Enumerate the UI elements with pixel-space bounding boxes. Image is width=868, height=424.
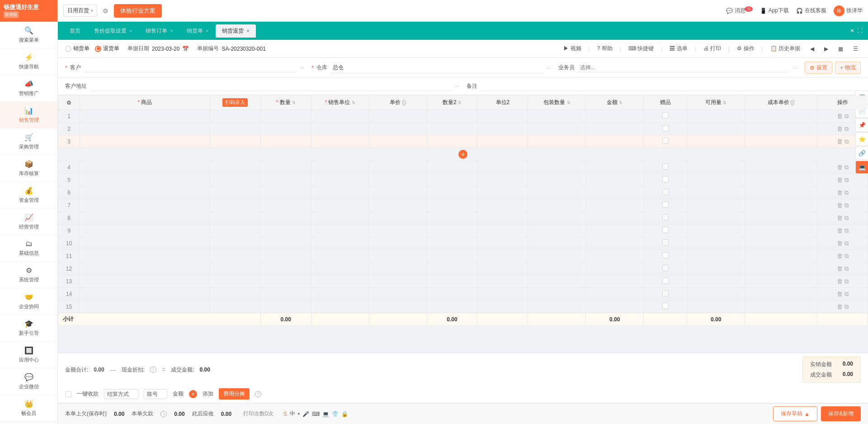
gift-checkbox-13[interactable] bbox=[662, 277, 669, 284]
copy-icon-8[interactable]: ⧉ bbox=[844, 214, 849, 222]
gift-checkbox-1[interactable] bbox=[662, 112, 669, 119]
product-cell-10[interactable] bbox=[80, 237, 210, 250]
salesperson-select-dots[interactable]: ··· bbox=[793, 65, 797, 71]
available-cell-2[interactable] bbox=[687, 123, 745, 135]
unit2-cell-11[interactable] bbox=[477, 250, 528, 262]
product-cell-9[interactable] bbox=[80, 224, 210, 237]
daily-menu-select[interactable]: 日用百货 ▾ bbox=[63, 5, 97, 17]
gift-cell-15[interactable] bbox=[644, 300, 687, 313]
sales-unit-cell-10[interactable] bbox=[311, 237, 369, 250]
sales-unit-cell-13[interactable] bbox=[311, 275, 369, 288]
available-cell-12[interactable] bbox=[687, 262, 745, 275]
sales-unit-cell-15[interactable] bbox=[311, 300, 369, 313]
quick-action-4[interactable]: ⭐ bbox=[855, 133, 868, 146]
history-btn[interactable]: 📋 历史单据 bbox=[768, 43, 803, 54]
quantity2-cell-10[interactable] bbox=[427, 237, 477, 250]
unit-price-cell-8[interactable] bbox=[369, 212, 427, 224]
sales-unit-cell-12[interactable] bbox=[311, 262, 369, 275]
unit-price-cell-6[interactable] bbox=[369, 186, 427, 199]
sales-unit-cell-14[interactable] bbox=[311, 288, 369, 300]
cost-unit-cell-15[interactable] bbox=[745, 300, 817, 313]
available-cell-4[interactable] bbox=[687, 161, 745, 174]
gift-checkbox-6[interactable] bbox=[662, 189, 669, 195]
available-cell-5[interactable] bbox=[687, 174, 745, 186]
gift-cell-7[interactable] bbox=[644, 199, 687, 212]
delete-icon-7[interactable]: 🗑 bbox=[837, 202, 843, 209]
amount-cell-10[interactable] bbox=[586, 237, 644, 250]
video-btn[interactable]: ▶ 视频 bbox=[561, 43, 584, 54]
list-view-icon[interactable]: ☰ bbox=[850, 44, 861, 53]
product-cell-15[interactable] bbox=[80, 300, 210, 313]
sidebar-item-apps[interactable]: 🔲 应用中心 bbox=[0, 342, 57, 368]
sidebar-item-marketing[interactable]: 📣 营销推广 bbox=[0, 75, 57, 102]
product-cell-6[interactable] bbox=[80, 186, 210, 199]
product-cell-7[interactable] bbox=[80, 199, 210, 212]
available-cell-7[interactable] bbox=[687, 199, 745, 212]
quick-action-5[interactable]: 🔗 bbox=[855, 147, 868, 160]
unit2-cell-14[interactable] bbox=[477, 288, 528, 300]
fee-info-icon[interactable]: ? bbox=[255, 391, 261, 397]
cost-unit-cell-9[interactable] bbox=[745, 224, 817, 237]
pack-qty-cell-13[interactable] bbox=[528, 275, 586, 288]
quantity2-cell-6[interactable] bbox=[427, 186, 477, 199]
help-btn[interactable]: ? 帮助 bbox=[594, 43, 615, 54]
calendar-icon[interactable]: 📅 bbox=[182, 46, 189, 52]
quantity2-cell-15[interactable] bbox=[427, 300, 477, 313]
logistics-btn[interactable]: + 物流 bbox=[835, 62, 861, 74]
discount-info-icon[interactable]: i bbox=[150, 367, 156, 373]
product-cell-12[interactable] bbox=[80, 262, 210, 275]
sales-unit-cell-1[interactable] bbox=[311, 110, 369, 123]
unit2-cell-13[interactable] bbox=[477, 275, 528, 288]
cost-unit-cell-6[interactable] bbox=[745, 186, 817, 199]
product-cell-4[interactable] bbox=[80, 161, 210, 174]
tab-1[interactable]: 售价提取设置× bbox=[88, 24, 138, 38]
th-scan[interactable]: 扫码录入 bbox=[210, 95, 260, 110]
sidebar-item-basic[interactable]: 🗂 基础信息 bbox=[0, 235, 57, 262]
quantity2-cell-14[interactable] bbox=[427, 288, 477, 300]
gift-cell-6[interactable] bbox=[644, 186, 687, 199]
pack-qty-cell-12[interactable] bbox=[528, 262, 586, 275]
quantity-cell-14[interactable] bbox=[260, 288, 311, 300]
pack-qty-cell-15[interactable] bbox=[528, 300, 586, 313]
pack-qty-cell-5[interactable] bbox=[528, 174, 586, 186]
pack-qty-cell-8[interactable] bbox=[528, 212, 586, 224]
product-cell-14[interactable] bbox=[80, 288, 210, 300]
gift-checkbox-7[interactable] bbox=[662, 201, 669, 208]
method-select[interactable]: 结算方式 bbox=[104, 389, 138, 399]
amount-cell-14[interactable] bbox=[586, 288, 644, 300]
prev-icon[interactable]: ◀ bbox=[807, 44, 817, 53]
delete-icon-6[interactable]: 🗑 bbox=[837, 189, 843, 196]
delete-icon-2[interactable]: 🗑 bbox=[837, 125, 843, 133]
gift-cell-13[interactable] bbox=[644, 275, 687, 288]
unit-price-cell-1[interactable] bbox=[369, 110, 427, 123]
product-cell-8[interactable] bbox=[80, 212, 210, 224]
gift-cell-4[interactable] bbox=[644, 161, 687, 174]
amount-cell-9[interactable] bbox=[586, 224, 644, 237]
amount-cell-15[interactable] bbox=[586, 300, 644, 313]
pack-qty-cell-3[interactable] bbox=[528, 135, 586, 148]
cost-unit-cell-3[interactable] bbox=[745, 135, 817, 148]
scan-button[interactable]: 扫码录入 bbox=[222, 98, 248, 107]
unit-price-cell-3[interactable] bbox=[369, 135, 427, 148]
gear-icon[interactable]: ⚙ bbox=[101, 5, 110, 16]
gift-checkbox-5[interactable] bbox=[662, 176, 669, 182]
sidebar-item-system[interactable]: ⚙ 系统管理 bbox=[0, 262, 57, 288]
unit-price-cell-11[interactable] bbox=[369, 250, 427, 262]
gift-checkbox-12[interactable] bbox=[662, 265, 669, 271]
available-cell-10[interactable] bbox=[687, 237, 745, 250]
available-cell-13[interactable] bbox=[687, 275, 745, 288]
product-cell-3[interactable] bbox=[80, 135, 210, 148]
tab-0[interactable]: 首页 bbox=[63, 24, 87, 38]
available-cell-15[interactable] bbox=[687, 300, 745, 313]
product-cell-11[interactable] bbox=[80, 250, 210, 262]
one-click-checkbox[interactable] bbox=[65, 391, 71, 397]
add-row-button[interactable]: + bbox=[458, 150, 467, 159]
sidebar-item-inventory[interactable]: 📦 库存核算 bbox=[0, 155, 57, 182]
quantity-cell-9[interactable] bbox=[260, 224, 311, 237]
gift-cell-2[interactable] bbox=[644, 123, 687, 135]
product-cell-5[interactable] bbox=[80, 174, 210, 186]
unit2-cell-8[interactable] bbox=[477, 212, 528, 224]
quantity-cell-4[interactable] bbox=[260, 161, 311, 174]
delete-icon-12[interactable]: 🗑 bbox=[837, 265, 843, 272]
warehouse-value[interactable]: 总仓 bbox=[330, 62, 544, 73]
